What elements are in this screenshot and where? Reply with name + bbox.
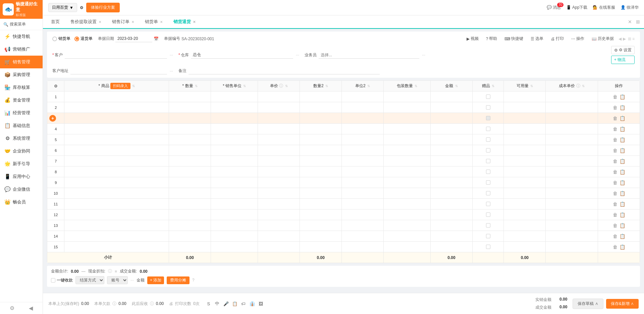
save-draft-button[interactable]: 保存草稿 ∧ <box>573 299 603 309</box>
delete-row-icon[interactable]: 🗑 <box>613 137 618 142</box>
amount-cell[interactable] <box>431 134 473 145</box>
calc-method-select[interactable]: 结算方式 <box>75 276 104 284</box>
settings-gear-icon[interactable]: ⚙ <box>80 5 84 10</box>
one-click-payment-checkbox[interactable]: 一键收款 <box>51 277 73 283</box>
product-cell[interactable] <box>64 91 169 102</box>
sidebar-collapse-icon[interactable]: ◀ <box>29 305 33 311</box>
amount-cell[interactable] <box>431 124 473 134</box>
gift-checkbox[interactable] <box>486 212 490 217</box>
message-badge[interactable]: 💬 70 消息 <box>547 5 561 10</box>
delete-row-icon[interactable]: 🗑 <box>613 94 618 100</box>
amount-cell[interactable] <box>431 156 473 167</box>
sales-unit-cell[interactable] <box>211 124 258 134</box>
qty2-cell[interactable] <box>300 102 342 113</box>
customer-input[interactable] <box>65 52 167 59</box>
sales-unit-cell[interactable] <box>211 167 258 177</box>
gift-cell[interactable] <box>472 209 504 220</box>
pkg-qty-cell[interactable] <box>383 177 430 188</box>
qty-cell-active[interactable] <box>169 113 211 124</box>
amount-cell[interactable] <box>431 188 473 199</box>
sales-unit-cell[interactable] <box>211 209 258 220</box>
gift-cell[interactable] <box>472 156 504 167</box>
product-cell[interactable] <box>64 220 169 231</box>
qty-cell[interactable] <box>169 231 211 242</box>
sidebar-item-appcenter[interactable]: 📱 应用中心 <box>0 170 43 183</box>
amount-cell[interactable] <box>431 177 473 188</box>
add-logistics-button[interactable]: + 物流 <box>611 56 635 64</box>
sort-avail-icon[interactable]: ⇅ <box>530 84 533 88</box>
unit-price-cell[interactable] <box>258 167 300 177</box>
tab-home[interactable]: 首页 <box>46 15 65 29</box>
unit2-cell[interactable] <box>342 231 384 242</box>
radio-sales-return[interactable]: 退货单 <box>74 36 93 42</box>
copy-row-icon[interactable]: 📋 <box>620 105 625 110</box>
qty2-cell[interactable] <box>300 177 342 188</box>
salesperson-ellipsis-icon[interactable]: ··· <box>422 53 425 57</box>
product-cell-active[interactable] <box>64 113 169 124</box>
unit-price-cell[interactable] <box>258 242 300 252</box>
cost-price-cell[interactable] <box>546 199 598 209</box>
pkg-qty-cell[interactable] <box>383 231 430 242</box>
tab-sales-delivery[interactable]: 销货单 ✕ <box>140 15 168 29</box>
qty-cell[interactable] <box>169 102 211 113</box>
gift-checkbox[interactable] <box>486 245 490 249</box>
cost-price-cell[interactable] <box>546 242 598 252</box>
experience-button[interactable]: 体验行业方案 <box>86 3 120 12</box>
unit2-cell[interactable] <box>342 102 384 113</box>
sort-amount-icon[interactable]: ⇅ <box>455 84 458 88</box>
delete-row-icon[interactable]: 🗑 <box>613 148 618 153</box>
amount-cell[interactable] <box>431 199 473 209</box>
delete-row-icon[interactable]: 🗑 <box>613 105 618 110</box>
copy-row-icon[interactable]: 📋 <box>620 169 625 175</box>
unit-price-cell[interactable] <box>258 231 300 242</box>
tab-sales-return-close[interactable]: ✕ <box>193 20 196 24</box>
amount-cell[interactable] <box>431 145 473 156</box>
qty-cell[interactable] <box>169 167 211 177</box>
amount-cell[interactable] <box>431 209 473 220</box>
available-cell[interactable] <box>504 199 546 209</box>
warehouse-input[interactable] <box>191 52 293 59</box>
sales-unit-cell[interactable] <box>211 220 258 231</box>
available-cell[interactable] <box>504 102 546 113</box>
radio-sales-delivery[interactable]: 销货单 <box>52 36 70 42</box>
operation-btn[interactable]: ⋯ 操作 <box>569 35 587 43</box>
pkg-qty-cell[interactable] <box>383 102 430 113</box>
salesperson-input[interactable] <box>319 52 419 59</box>
available-cell[interactable] <box>504 91 546 102</box>
cost-price-cell[interactable] <box>546 209 598 220</box>
gift-cell[interactable] <box>472 220 504 231</box>
status-icon-2[interactable]: 中 <box>214 300 221 307</box>
tab-sales-order[interactable]: 销售订单 ✕ <box>107 15 140 29</box>
price-cell-active[interactable] <box>258 113 300 124</box>
amount-cell[interactable] <box>431 220 473 231</box>
history-btn[interactable]: 📖 历史单据 <box>589 35 616 43</box>
delete-row-icon[interactable]: 🗑 <box>613 180 618 185</box>
shortcut-btn[interactable]: ⌨ 快捷键 <box>502 35 526 43</box>
cost-price-cell[interactable] <box>546 167 598 177</box>
unit-price-cell[interactable] <box>258 199 300 209</box>
gift-cell[interactable] <box>472 102 504 113</box>
available-cell[interactable] <box>504 145 546 156</box>
col-settings[interactable]: ⚙ <box>47 81 64 91</box>
cost-price-cell[interactable] <box>546 156 598 167</box>
status-icon-1[interactable]: S <box>205 300 212 307</box>
delete-row-icon[interactable]: 🗑 <box>613 159 618 164</box>
pkg-qty-cell[interactable] <box>383 209 430 220</box>
sales-unit-cell[interactable] <box>211 91 258 102</box>
product-cell[interactable] <box>64 231 169 242</box>
gift-cell[interactable] <box>472 177 504 188</box>
unit-price-cell[interactable] <box>258 188 300 199</box>
gift-checkbox[interactable] <box>486 127 490 131</box>
tab-sales-delivery-close[interactable]: ✕ <box>160 20 163 24</box>
sales-unit-cell[interactable] <box>211 102 258 113</box>
delete-active-icon[interactable]: 🗑 <box>613 116 618 121</box>
qty2-cell[interactable] <box>300 209 342 220</box>
cost-price-cell[interactable] <box>546 134 598 145</box>
qty2-cell[interactable] <box>300 145 342 156</box>
cost-price-cell[interactable] <box>546 124 598 134</box>
unit-price-cell[interactable] <box>258 91 300 102</box>
unit-price-cell[interactable] <box>258 209 300 220</box>
copy-row-icon[interactable]: 📋 <box>620 191 625 196</box>
product-cell[interactable] <box>64 209 169 220</box>
qty-cell[interactable] <box>169 124 211 134</box>
